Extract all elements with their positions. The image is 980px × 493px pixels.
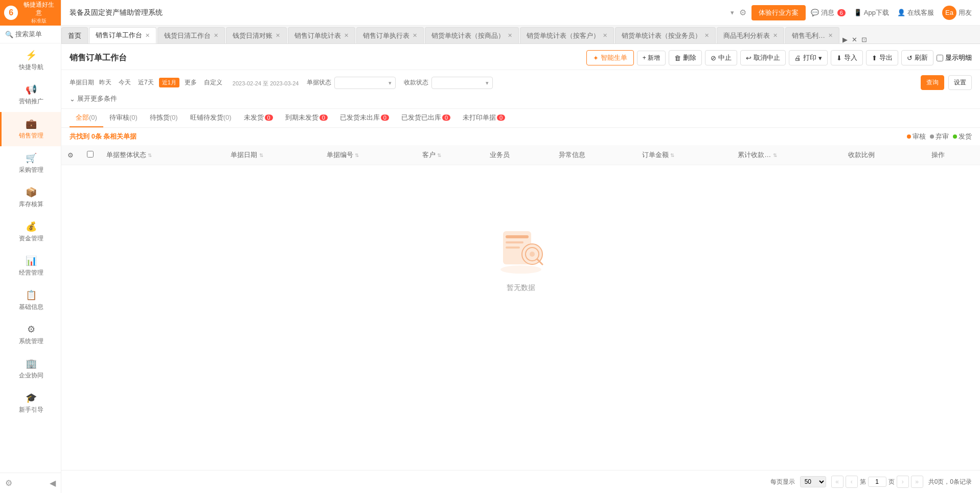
tab-stats-salesman[interactable]: 销货单统计表（按业务员） ✕: [615, 27, 716, 43]
status-tab-pending-pickup[interactable]: 待拣货(0): [144, 109, 184, 127]
industry-btn[interactable]: 体验行业方案: [751, 5, 806, 20]
settings-col-icon[interactable]: ⚙: [67, 151, 74, 159]
sidebar-item-purchase[interactable]: 🛒 采购管理: [0, 146, 61, 181]
tab-margin[interactable]: 商品毛利分析表 ✕: [717, 27, 784, 43]
tab-cash-reconcile[interactable]: 钱货日清对账 ✕: [226, 27, 287, 43]
show-detail-input[interactable]: [937, 55, 943, 61]
cancel-stop-btn[interactable]: ↩ 取消中止: [740, 50, 786, 65]
tab-close-icon[interactable]: ✕: [508, 32, 512, 39]
refresh-btn[interactable]: ↺ 刷新: [901, 50, 933, 65]
topbar-gear-icon[interactable]: ⚙: [739, 8, 746, 17]
expand-conditions-btn[interactable]: ⌄ 展开更多条件: [70, 94, 972, 103]
settings-bottom-icon[interactable]: ⚙: [5, 478, 12, 488]
tab-stats-product[interactable]: 销货单统计表（按商品） ✕: [425, 27, 519, 43]
print-btn[interactable]: 🖨 打印 ▾: [789, 50, 828, 65]
table-scroll[interactable]: ⚙ 单据整体状态 ⇅ 单据日期 ⇅: [61, 145, 980, 165]
tab-sales-profit[interactable]: 销售毛利… ✕: [785, 27, 839, 43]
status-tab-wangpu[interactable]: 旺铺待发货(0): [184, 109, 238, 127]
ai-gen-btn[interactable]: ✦ 智能生单: [586, 50, 634, 65]
sort-icon[interactable]: ⇅: [773, 152, 777, 158]
topbar-dropdown-arrow[interactable]: ▾: [731, 9, 734, 16]
tab-sales-exec[interactable]: 销售订单执行表 ✕: [356, 27, 424, 43]
basic-info-icon: 📋: [26, 289, 37, 301]
show-detail-checkbox[interactable]: 显示明细: [937, 53, 972, 62]
status-tab-shipped-not-out[interactable]: 已发货未出库0: [334, 109, 395, 127]
review-btn[interactable]: 审核: [907, 132, 926, 141]
status-tab-unprinted[interactable]: 未打印单据0: [457, 109, 511, 127]
date-custom[interactable]: 自定义: [202, 77, 224, 88]
status-select[interactable]: [334, 77, 396, 89]
page-last-btn[interactable]: »: [911, 476, 923, 488]
tabbar-nav-more[interactable]: ▶: [840, 36, 850, 43]
sort-icon[interactable]: ⇅: [259, 152, 263, 158]
date-today[interactable]: 今天: [117, 77, 133, 88]
tab-close-icon[interactable]: ✕: [413, 32, 417, 39]
tab-stats-customer[interactable]: 销货单统计表（按客户） ✕: [520, 27, 614, 43]
sidebar-search[interactable]: 🔍 搜索菜单: [0, 26, 61, 43]
online-service-btn[interactable]: 👤 在线客服: [897, 8, 934, 17]
sort-icon[interactable]: ⇅: [148, 152, 152, 158]
unreview-btn[interactable]: 弃审: [930, 132, 949, 141]
sidebar-logo[interactable]: 6 畅捷通好生意 标准版: [0, 0, 61, 26]
page-prev-btn[interactable]: ‹: [846, 476, 858, 488]
sidebar-item-marketing[interactable]: 📢 营销推广: [0, 78, 61, 112]
ship-btn[interactable]: 发货: [953, 132, 972, 141]
app-download-btn[interactable]: 📱 App下载: [854, 8, 889, 17]
sidebar-item-inventory[interactable]: 📦 库存核算: [0, 181, 61, 215]
tab-sales-workbench[interactable]: 销售订单工作台 ✕: [89, 27, 156, 43]
status-tab-label: 全部: [76, 114, 89, 121]
sort-icon[interactable]: ⇅: [355, 152, 359, 158]
user-menu[interactable]: Ea 用友: [942, 6, 972, 20]
date-7days[interactable]: 近7天: [136, 77, 156, 88]
sort-icon[interactable]: ⇅: [437, 152, 441, 158]
sidebar-item-guide[interactable]: 🎓 新手引导: [0, 386, 61, 420]
sidebar-item-enterprise[interactable]: 🏢 企业协同: [0, 352, 61, 386]
payment-select[interactable]: [431, 77, 493, 89]
tabbar-nav-expand[interactable]: ⊡: [859, 36, 869, 43]
page-first-btn[interactable]: «: [831, 476, 844, 488]
tab-close-icon[interactable]: ✕: [773, 32, 778, 39]
page-input[interactable]: [868, 477, 886, 487]
tab-close-icon[interactable]: ✕: [704, 32, 709, 39]
sidebar-item-finance[interactable]: 💰 资金管理: [0, 215, 61, 249]
date-more[interactable]: 更多: [183, 77, 199, 88]
tab-close-icon[interactable]: ✕: [828, 32, 833, 39]
delete-btn[interactable]: 🗑 删除: [669, 50, 702, 65]
export-btn[interactable]: ⬆ 导出: [866, 50, 898, 65]
sidebar-item-quick-nav[interactable]: ⚡ 快捷导航: [0, 43, 61, 78]
tab-close-icon[interactable]: ✕: [603, 32, 607, 39]
tab-close-icon[interactable]: ✕: [214, 32, 218, 39]
select-all-checkbox[interactable]: [87, 151, 94, 158]
sidebar-item-system[interactable]: ⚙ 系统管理: [0, 318, 61, 352]
status-tab-not-shipped[interactable]: 未发货0: [238, 109, 279, 127]
status-tab-all[interactable]: 全部(0): [70, 109, 103, 127]
col-customer-label: 客户: [422, 151, 436, 159]
tabbar-nav-close[interactable]: ✕: [850, 36, 859, 43]
sidebar-item-operation[interactable]: 📊 经营管理: [0, 249, 61, 283]
status-tab-shipped-out[interactable]: 已发货已出库0: [395, 109, 457, 127]
page-next-btn[interactable]: ›: [897, 476, 909, 488]
status-tab-overdue[interactable]: 到期未发货0: [279, 109, 334, 127]
sort-icon[interactable]: ⇅: [670, 152, 674, 158]
tab-close-icon[interactable]: ✕: [344, 32, 349, 39]
date-1month[interactable]: 近1月: [159, 78, 179, 87]
new-btn[interactable]: + 新增: [637, 51, 666, 65]
collapse-icon[interactable]: ◀: [50, 478, 56, 488]
page-size-select[interactable]: 50 100: [800, 476, 826, 487]
sidebar-item-basic-info[interactable]: 📋 基础信息: [0, 283, 61, 318]
tab-cash-daily[interactable]: 钱货日清工作台 ✕: [157, 27, 225, 43]
date-yesterday[interactable]: 昨天: [97, 77, 113, 88]
status-tab-pending-review[interactable]: 待审核(0): [103, 109, 144, 127]
message-btn[interactable]: 💬 消息 6: [811, 8, 846, 17]
import-btn[interactable]: ⬇ 导入: [831, 50, 863, 65]
tab-home[interactable]: 首页: [61, 27, 88, 43]
message-badge: 6: [837, 9, 846, 16]
tab-close-icon[interactable]: ✕: [276, 32, 280, 39]
sidebar-item-sales[interactable]: 💼 销售管理: [0, 112, 61, 146]
tab-close-icon[interactable]: ✕: [145, 32, 150, 39]
stop-btn[interactable]: ⊘ 中止: [705, 50, 737, 65]
query-btn[interactable]: 查询: [921, 75, 944, 90]
filter-settings-btn[interactable]: 设置: [948, 75, 972, 90]
tab-sales-stats[interactable]: 销售订单统计表 ✕: [288, 27, 355, 43]
filter-bar: 单据日期 昨天 今天 近7天 近1月 更多 自定义 2023-02-24 至 2…: [61, 70, 980, 109]
